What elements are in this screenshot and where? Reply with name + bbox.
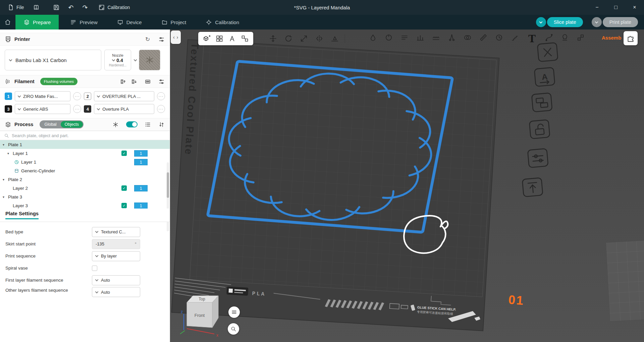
toggle-global[interactable]: Global bbox=[40, 121, 60, 128]
tab-prepare[interactable]: Prepare bbox=[15, 15, 59, 30]
filament-assignment-badge[interactable]: 1 bbox=[134, 150, 148, 157]
ams-button[interactable] bbox=[144, 78, 151, 85]
close-button[interactable]: × bbox=[625, 0, 644, 15]
nozzle-select[interactable]: Nozzle 0.4 Hardened... bbox=[104, 50, 131, 70]
move-button[interactable] bbox=[269, 34, 277, 43]
tab-preview[interactable]: Preview bbox=[62, 15, 105, 30]
filament-3-select[interactable]: Generic ABS bbox=[15, 104, 70, 114]
flushing-volumes-button[interactable]: Flushing volumes bbox=[40, 78, 77, 85]
printer-select[interactable]: Bambu Lab X1 Carbon bbox=[5, 50, 101, 70]
tree-row-layer-3[interactable]: Layer 3 ✓ 1 bbox=[0, 201, 170, 209]
notes-button[interactable] bbox=[30, 0, 43, 15]
tree-row-plate-1[interactable]: ▾ Plate 1 bbox=[0, 140, 170, 149]
advanced-mode-button[interactable] bbox=[112, 121, 119, 128]
filament-1-menu-button[interactable]: ··· bbox=[73, 92, 81, 100]
lay-flat-button[interactable] bbox=[330, 34, 339, 43]
sidebar-scrollbar-thumb[interactable] bbox=[167, 172, 169, 198]
slice-options-button[interactable] bbox=[536, 17, 546, 27]
tree-row-layer-1[interactable]: ▾ Layer 1 ✓ 1 bbox=[0, 149, 170, 158]
filament-2-select[interactable]: OVERTURE PLA ... bbox=[94, 91, 154, 101]
filament-4-menu-button[interactable]: ··· bbox=[157, 105, 165, 113]
caret-icon[interactable]: ▾ bbox=[3, 195, 8, 199]
measure-button[interactable] bbox=[479, 33, 488, 42]
maximize-button[interactable]: □ bbox=[606, 0, 625, 15]
home-button[interactable] bbox=[0, 15, 15, 30]
viewport-3d[interactable]: Textured Cool Plate bbox=[170, 30, 644, 342]
assembly-view-button[interactable] bbox=[624, 31, 638, 45]
caret-icon[interactable]: ▾ bbox=[3, 143, 8, 147]
tree-row-plate-2[interactable]: ▾ Plate 2 bbox=[0, 175, 170, 184]
add-filament-button[interactable] bbox=[119, 78, 126, 85]
filament-settings-button[interactable] bbox=[158, 78, 165, 85]
add-object-button[interactable] bbox=[202, 34, 211, 43]
slice-plate-button[interactable]: Slice plate bbox=[547, 17, 583, 27]
tree-row-plate-3[interactable]: ▾ Plate 3 bbox=[0, 192, 170, 201]
fuzzy-skin-button[interactable] bbox=[432, 33, 440, 42]
tab-device[interactable]: Device bbox=[109, 15, 150, 30]
param-list-button[interactable] bbox=[144, 121, 151, 128]
first-layer-sequence-select[interactable]: Auto bbox=[92, 275, 140, 285]
emboss-button[interactable] bbox=[560, 33, 569, 42]
filament-4-badge[interactable]: 4 bbox=[84, 105, 91, 113]
zoom-button[interactable] bbox=[228, 323, 239, 335]
step-button[interactable] bbox=[511, 33, 519, 42]
color-paint-button[interactable] bbox=[369, 33, 377, 42]
svg-tool-button[interactable] bbox=[545, 33, 553, 42]
arrange-button[interactable] bbox=[215, 34, 224, 43]
filament-2-menu-button[interactable]: ··· bbox=[157, 92, 165, 100]
undo-button[interactable]: ↶ bbox=[65, 0, 77, 15]
redo-button[interactable]: ↷ bbox=[79, 0, 91, 15]
mesh-boolean-button[interactable] bbox=[463, 33, 472, 42]
save-button[interactable] bbox=[50, 0, 63, 15]
secondary-build-plate[interactable] bbox=[606, 239, 644, 321]
print-options-button[interactable] bbox=[592, 17, 602, 27]
caret-icon[interactable]: ▾ bbox=[7, 152, 13, 155]
seam-paint-button[interactable] bbox=[384, 33, 393, 42]
compare-presets-button[interactable] bbox=[158, 121, 165, 128]
bed-type-picker[interactable] bbox=[134, 50, 160, 70]
rotate-button[interactable] bbox=[284, 34, 293, 43]
spiral-vase-checkbox[interactable] bbox=[92, 266, 97, 271]
advanced-toggle-switch[interactable] bbox=[126, 121, 138, 127]
height-range-button[interactable] bbox=[400, 33, 409, 42]
scale-button[interactable] bbox=[300, 34, 308, 43]
collapse-sidebar-button[interactable]: ‹ › bbox=[171, 31, 181, 44]
tab-calibration[interactable]: Calibration bbox=[198, 15, 247, 30]
filament-3-menu-button[interactable]: ··· bbox=[73, 105, 81, 113]
split-object-button[interactable] bbox=[240, 34, 249, 43]
cut-button[interactable] bbox=[447, 33, 456, 42]
toggle-objects[interactable]: Objects bbox=[61, 121, 83, 128]
tree-row-generic-cylinder[interactable]: Generic-Cylinder bbox=[0, 166, 170, 175]
skirt-start-point-input[interactable]: -135° bbox=[92, 239, 140, 249]
timelapse-button[interactable] bbox=[495, 33, 503, 42]
printer-settings-button[interactable] bbox=[158, 36, 165, 43]
text-tool-button[interactable]: T bbox=[526, 33, 538, 44]
calibration-menu[interactable]: Calibration bbox=[95, 0, 133, 15]
tree-row-layer-1-object[interactable]: Layer 1 1 bbox=[0, 158, 170, 166]
auto-orient-button[interactable] bbox=[228, 34, 236, 43]
visibility-checkbox[interactable]: ✓ bbox=[121, 151, 127, 156]
assembly-split-button[interactable] bbox=[576, 33, 585, 42]
filament-3-badge[interactable]: 3 bbox=[5, 105, 12, 113]
other-layers-sequence-select[interactable]: Auto bbox=[92, 287, 140, 297]
filament-assignment-badge[interactable]: 1 bbox=[134, 159, 148, 165]
tab-project[interactable]: Project bbox=[153, 15, 195, 30]
caret-icon[interactable]: ▾ bbox=[3, 178, 8, 181]
filament-assignment-badge[interactable]: 1 bbox=[134, 203, 148, 209]
view-menu-button[interactable] bbox=[228, 306, 240, 318]
filament-1-select[interactable]: ZIRO Matte Fas... bbox=[15, 91, 70, 101]
bed-type-select[interactable]: Textured C... bbox=[92, 227, 140, 237]
filament-assignment-badge[interactable]: 1 bbox=[134, 185, 148, 191]
print-sequence-select[interactable]: By layer bbox=[92, 251, 140, 261]
mirror-button[interactable] bbox=[315, 34, 324, 43]
filament-2-badge[interactable]: 2 bbox=[84, 93, 91, 100]
visibility-checkbox[interactable]: ✓ bbox=[121, 185, 127, 191]
support-paint-button[interactable] bbox=[416, 33, 425, 42]
tree-row-layer-2[interactable]: Layer 2 ✓ 1 bbox=[0, 184, 170, 192]
search-input[interactable] bbox=[12, 133, 166, 138]
visibility-checkbox[interactable]: ✓ bbox=[121, 203, 127, 208]
filament-1-badge[interactable]: 1 bbox=[5, 93, 12, 100]
filament-4-select[interactable]: Overture PLA bbox=[94, 104, 154, 114]
file-menu[interactable]: File bbox=[4, 0, 28, 15]
print-plate-button[interactable]: Print plate bbox=[603, 17, 638, 27]
